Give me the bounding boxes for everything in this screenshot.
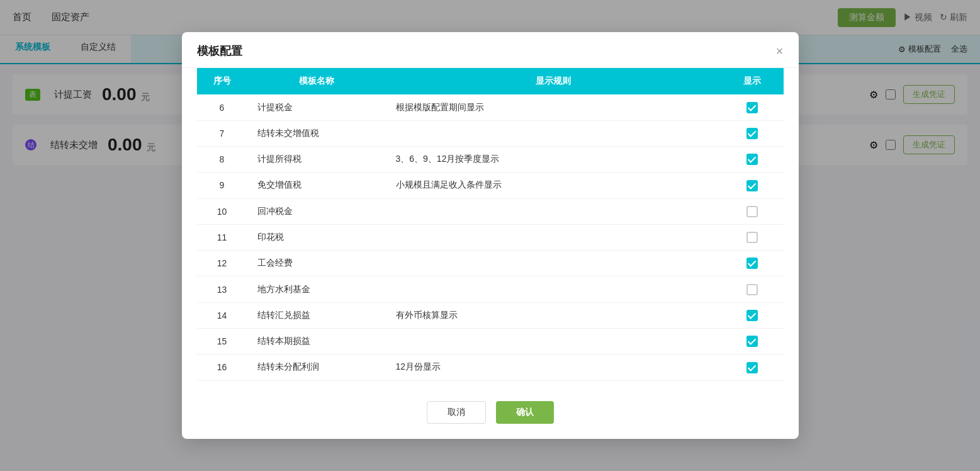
cell-name: 结转未交增值税 [247, 120, 386, 146]
cell-rule [386, 329, 721, 355]
cell-show [721, 94, 784, 120]
table-row: 7结转未交增值税 [197, 120, 784, 146]
cell-seq: 12 [197, 251, 247, 276]
table-body: 6计提税金根据模版配置期间显示7结转未交增值税8计提所得税3、6、9、12月按季… [197, 94, 784, 380]
table-row: 9免交增值税小规模且满足收入条件显示 [197, 173, 784, 198]
table-row: 10回冲税金 [197, 198, 784, 224]
cell-show [721, 224, 784, 250]
cell-seq: 14 [197, 302, 247, 328]
cell-seq: 6 [197, 94, 247, 120]
config-table: 序号 模板名称 显示规则 显示 6计提税金根据模版配置期间显示7结转未交增值税8… [197, 68, 784, 380]
table-row: 6计提税金根据模版配置期间显示 [197, 94, 784, 120]
cell-seq: 9 [197, 173, 247, 198]
cell-name: 计提税金 [247, 94, 386, 120]
cell-name: 结转本期损益 [247, 329, 386, 355]
cell-name: 结转汇兑损益 [247, 302, 386, 328]
cell-show [721, 276, 784, 302]
modal-header: 模板配置 × [182, 32, 799, 68]
cell-seq: 8 [197, 146, 247, 172]
table-row: 11印花税 [197, 224, 784, 250]
cell-rule: 有外币核算显示 [386, 302, 721, 328]
cell-rule [386, 120, 721, 146]
modal-overlay: 模板配置 × 序号 模板名称 显示规则 显示 6计提税金根据模版配置期间显示7结… [0, 0, 980, 471]
cell-show [721, 302, 784, 328]
cell-show [721, 120, 784, 146]
table-row: 12工会经费 [197, 251, 784, 276]
row-checkbox[interactable] [746, 154, 758, 165]
table-row: 13地方水利基金 [197, 276, 784, 302]
cell-rule: 3、6、9、12月按季度显示 [386, 146, 721, 172]
row-checkbox[interactable] [746, 206, 758, 217]
cell-rule: 小规模且满足收入条件显示 [386, 173, 721, 198]
col-name: 模板名称 [247, 68, 386, 94]
col-rule: 显示规则 [386, 68, 721, 94]
cell-rule: 12月份显示 [386, 355, 721, 380]
modal-title: 模板配置 [197, 43, 242, 59]
row-checkbox[interactable] [746, 284, 758, 295]
cell-show [721, 146, 784, 172]
row-checkbox[interactable] [746, 102, 758, 113]
row-checkbox[interactable] [746, 232, 758, 243]
cell-seq: 11 [197, 224, 247, 250]
modal-body: 序号 模板名称 显示规则 显示 6计提税金根据模版配置期间显示7结转未交增值税8… [182, 68, 799, 390]
row-checkbox[interactable] [746, 362, 758, 373]
table-row: 8计提所得税3、6、9、12月按季度显示 [197, 146, 784, 172]
cell-seq: 15 [197, 329, 247, 355]
cell-show [721, 329, 784, 355]
cell-name: 计提所得税 [247, 146, 386, 172]
cell-show [721, 173, 784, 198]
template-config-modal: 模板配置 × 序号 模板名称 显示规则 显示 6计提税金根据模版配置期间显示7结… [182, 32, 799, 438]
row-checkbox[interactable] [746, 310, 758, 321]
cell-seq: 16 [197, 355, 247, 380]
cell-name: 免交增值税 [247, 173, 386, 198]
row-checkbox[interactable] [746, 128, 758, 139]
row-checkbox[interactable] [746, 258, 758, 269]
table-header: 序号 模板名称 显示规则 显示 [197, 68, 784, 94]
cell-seq: 7 [197, 120, 247, 146]
table-row: 16结转未分配利润12月份显示 [197, 355, 784, 380]
modal-close-button[interactable]: × [776, 45, 784, 57]
cell-rule [386, 224, 721, 250]
modal-footer: 取消 确认 [182, 391, 799, 439]
cell-seq: 10 [197, 198, 247, 224]
cell-name: 地方水利基金 [247, 276, 386, 302]
cell-rule [386, 198, 721, 224]
cell-rule [386, 251, 721, 276]
row-checkbox[interactable] [746, 336, 758, 347]
table-row: 14结转汇兑损益有外币核算显示 [197, 302, 784, 328]
cell-name: 回冲税金 [247, 198, 386, 224]
col-show: 显示 [721, 68, 784, 94]
confirm-button[interactable]: 确认 [496, 401, 554, 424]
cell-seq: 13 [197, 276, 247, 302]
cell-show [721, 251, 784, 276]
cell-name: 印花税 [247, 224, 386, 250]
cell-show [721, 355, 784, 380]
cell-name: 结转未分配利润 [247, 355, 386, 380]
cancel-button[interactable]: 取消 [427, 401, 486, 424]
cell-name: 工会经费 [247, 251, 386, 276]
cell-show [721, 198, 784, 224]
cell-rule [386, 276, 721, 302]
row-checkbox[interactable] [746, 180, 758, 191]
col-seq: 序号 [197, 68, 247, 94]
cell-rule: 根据模版配置期间显示 [386, 94, 721, 120]
table-row: 15结转本期损益 [197, 329, 784, 355]
